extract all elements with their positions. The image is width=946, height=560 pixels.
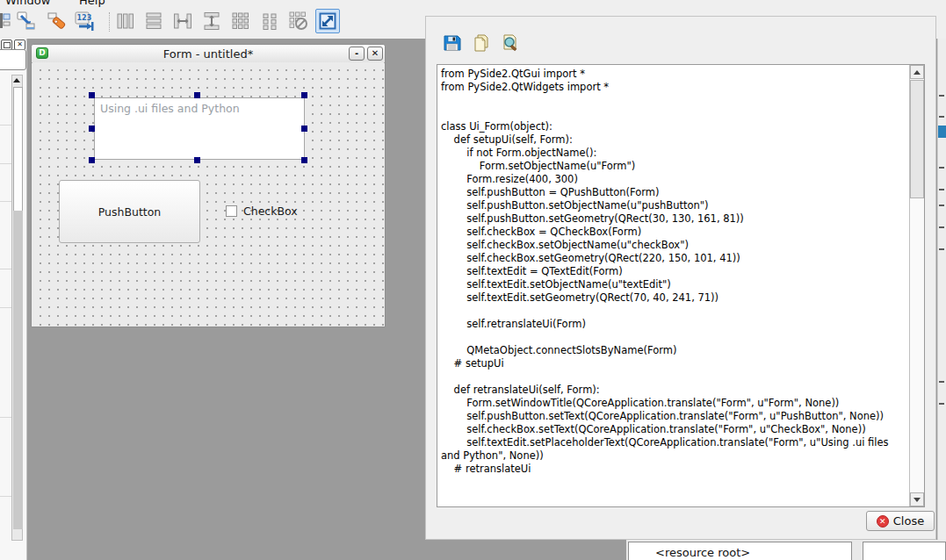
layout-form-button[interactable] bbox=[258, 9, 283, 33]
tree-row-fragment bbox=[939, 403, 944, 405]
code-view[interactable]: from PySide2.QtGui import *from PySide2.… bbox=[437, 64, 925, 507]
splitter-horizontal-button[interactable] bbox=[170, 9, 195, 33]
code-line bbox=[441, 331, 908, 344]
scroll-down-button[interactable] bbox=[910, 492, 924, 506]
layout-horizontal-icon bbox=[115, 11, 136, 32]
edit-tab-order-icon: 123 bbox=[74, 11, 95, 32]
tree-row-fragment bbox=[939, 95, 944, 97]
widget-filter-input[interactable] bbox=[0, 49, 26, 70]
widget-list-separator bbox=[0, 125, 11, 126]
tree-row-fragment bbox=[939, 205, 944, 206]
code-line: self.checkBox.setObjectName(u"checkBox") bbox=[441, 239, 908, 252]
close-circle-icon: ✕ bbox=[877, 515, 889, 528]
adjust-size-icon bbox=[317, 11, 338, 32]
textedit-widget[interactable]: Using .ui files and Python bbox=[94, 97, 305, 160]
layout-horizontal-button[interactable] bbox=[113, 9, 138, 33]
widget-list-separator bbox=[0, 269, 11, 269]
code-line: class Ui_Form(object): bbox=[441, 120, 908, 133]
widget-list-separator bbox=[0, 201, 11, 202]
break-layout-button[interactable] bbox=[286, 9, 311, 33]
layout-grid-button[interactable] bbox=[228, 9, 253, 33]
edit-buddies-button[interactable] bbox=[45, 9, 69, 33]
save-icon bbox=[443, 33, 462, 53]
edit-signals-slots-button[interactable] bbox=[14, 9, 39, 33]
splitter-horizontal-icon bbox=[172, 11, 193, 32]
code-line: from PySide2.QtWidgets import * bbox=[441, 81, 908, 94]
code-line: def setupUi(self, Form): bbox=[441, 133, 908, 147]
pushbutton-label: PushButton bbox=[98, 205, 162, 219]
selection-handle-w[interactable] bbox=[89, 126, 95, 132]
form-window-titlebar[interactable]: D Form - untitled* - ✕ bbox=[32, 45, 385, 63]
code-line: if not Form.objectName(): bbox=[441, 147, 908, 160]
menu-help[interactable]: Help bbox=[79, 0, 105, 7]
widget-list-separator bbox=[0, 163, 11, 164]
checkbox-label: CheckBox bbox=[243, 205, 298, 218]
code-line: Form.setObjectName(u"Form") bbox=[441, 160, 908, 173]
tree-row-fragment bbox=[939, 248, 944, 250]
textedit-placeholder: Using .ui files and Python bbox=[100, 102, 240, 115]
checkbox-widget[interactable] bbox=[226, 205, 237, 217]
selection-handle-ne[interactable] bbox=[301, 92, 307, 98]
code-line: self.pushButton = QPushButton(Form) bbox=[441, 186, 908, 199]
code-line: # setupUi bbox=[441, 357, 908, 370]
selection-handle-sw[interactable] bbox=[89, 157, 95, 163]
edit-widgets-button[interactable] bbox=[0, 9, 13, 33]
code-line: self.pushButton.setText(QCoreApplication… bbox=[441, 410, 908, 423]
code-scrollbar[interactable] bbox=[909, 65, 924, 506]
code-line bbox=[441, 370, 908, 384]
code-line: self.pushButton.setGeometry(QRect(30, 13… bbox=[441, 212, 908, 226]
resource-dock: <resource root> bbox=[626, 540, 946, 560]
code-line: self.pushButton.setObjectName(u"pushButt… bbox=[441, 199, 908, 212]
edit-buddies-icon bbox=[47, 11, 68, 32]
layout-grid-icon bbox=[230, 11, 251, 32]
close-icon: ✕ bbox=[17, 40, 23, 48]
resource-tree-panel[interactable]: <resource root> bbox=[628, 542, 852, 560]
scrollbar-thumb[interactable] bbox=[13, 87, 23, 212]
adjust-size-button[interactable] bbox=[315, 9, 340, 33]
svg-text:123: 123 bbox=[77, 14, 92, 22]
tree-row-fragment bbox=[939, 189, 944, 190]
code-line: QMetaObject.connectSlotsByName(Form) bbox=[441, 344, 908, 357]
pushbutton-widget[interactable]: PushButton bbox=[59, 180, 200, 243]
float-icon bbox=[4, 42, 11, 48]
find-button[interactable] bbox=[500, 32, 521, 54]
selection-handle-s[interactable] bbox=[194, 157, 200, 163]
selection-handle-e[interactable] bbox=[301, 126, 307, 132]
copy-button[interactable] bbox=[471, 32, 492, 54]
code-line: Form.resize(400, 300) bbox=[441, 173, 908, 186]
save-button[interactable] bbox=[442, 32, 463, 54]
form-window-title: Form - untitled* bbox=[32, 47, 385, 61]
scroll-down-icon bbox=[914, 498, 921, 502]
scroll-up-button[interactable] bbox=[910, 65, 924, 79]
form-close-button[interactable]: ✕ bbox=[367, 47, 383, 61]
toolbar-separator bbox=[109, 12, 110, 32]
layout-vertical-button[interactable] bbox=[141, 9, 166, 33]
code-line: self.checkBox.setGeometry(QRect(220, 150… bbox=[441, 252, 908, 265]
close-button-label: Close bbox=[893, 514, 924, 528]
selection-handle-nw[interactable] bbox=[89, 92, 95, 98]
scrollbar-track[interactable] bbox=[13, 211, 23, 529]
widget-list-separator bbox=[0, 307, 11, 308]
edit-tab-order-button[interactable]: 123 bbox=[72, 9, 97, 33]
selection-handle-se[interactable] bbox=[301, 157, 307, 163]
scrollbar-thumb[interactable] bbox=[910, 80, 924, 198]
form-minimize-button[interactable]: - bbox=[349, 47, 365, 61]
scroll-up-icon[interactable] bbox=[13, 78, 20, 83]
resource-root-item[interactable]: <resource root> bbox=[655, 546, 750, 559]
code-line: and Python", None)) bbox=[441, 449, 908, 463]
selected-row-fragment bbox=[938, 126, 946, 138]
code-preview-dialog: from PySide2.QtGui import *from PySide2.… bbox=[425, 16, 936, 540]
selection-handle-n[interactable] bbox=[194, 92, 200, 98]
code-line: self.checkBox.setText(QCoreApplication.t… bbox=[441, 423, 908, 436]
scroll-up-icon bbox=[914, 70, 921, 75]
widget-box-scrollbar[interactable] bbox=[11, 75, 23, 541]
code-line: self.textEdit.setGeometry(QRect(70, 40, … bbox=[441, 291, 908, 305]
right-dock-sliver bbox=[937, 39, 946, 540]
tree-row-fragment bbox=[939, 381, 944, 383]
splitter-vertical-button[interactable] bbox=[199, 9, 224, 33]
menu-window[interactable]: Window bbox=[5, 0, 50, 7]
resource-detail-panel[interactable] bbox=[863, 542, 946, 560]
form-canvas[interactable]: Using .ui files and Python PushButton Ch… bbox=[32, 62, 384, 327]
close-button[interactable]: ✕ Close bbox=[866, 511, 935, 531]
code-line: self.checkBox = QCheckBox(Form) bbox=[441, 226, 908, 239]
